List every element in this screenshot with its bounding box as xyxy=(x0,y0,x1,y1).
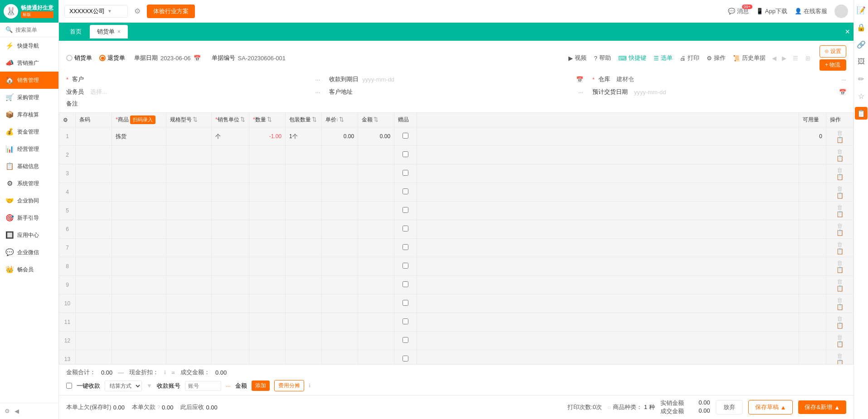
row-unit[interactable] xyxy=(212,332,249,350)
sidebar-item-purchase[interactable]: 🛒 采购管理 xyxy=(0,89,58,106)
row-ops[interactable]: 🗑 📋 xyxy=(826,239,853,257)
row-unit[interactable] xyxy=(212,313,249,332)
row-qty[interactable] xyxy=(249,350,286,365)
row-gift[interactable] xyxy=(394,239,417,257)
rp-action-icon[interactable]: 📋 xyxy=(855,107,868,120)
unit-sort-icon[interactable]: ⇅ xyxy=(240,116,245,123)
row-product[interactable] xyxy=(112,202,166,220)
app-download-button[interactable]: 📱 App下载 xyxy=(756,7,787,15)
row-price[interactable] xyxy=(322,239,358,257)
row-spec[interactable] xyxy=(166,332,212,350)
row-product[interactable] xyxy=(112,332,166,350)
tab-sales-order[interactable]: 销货单 × xyxy=(90,25,128,39)
rp-note-icon[interactable]: 📝 xyxy=(855,4,868,16)
delete-row-icon[interactable]: 🗑 xyxy=(837,315,843,322)
table-container[interactable]: ⚙ 条码 *商品 扫码录入 规格型号⇅ *销售单位⇅ *数量⇅ 包装数量⇅ 单价… xyxy=(59,112,853,364)
row-ops[interactable]: 🗑 📋 xyxy=(826,294,853,313)
row-qty[interactable] xyxy=(249,276,286,294)
settings-button[interactable]: ⊙ 设置 xyxy=(820,45,846,58)
expected-date-calendar-icon[interactable]: 📅 xyxy=(839,89,846,96)
row-ops[interactable]: 🗑 📋 xyxy=(826,183,853,202)
row-product[interactable] xyxy=(112,146,166,164)
copy-row-icon[interactable]: 📋 xyxy=(836,248,844,255)
row-ops[interactable]: 🗑 📋 xyxy=(826,350,853,365)
delete-row-icon[interactable]: 🗑 xyxy=(837,185,843,192)
row-spec[interactable] xyxy=(166,294,212,313)
delete-row-icon[interactable]: 🗑 xyxy=(837,260,843,266)
user-avatar[interactable] xyxy=(834,5,848,18)
row-product[interactable]: 拣货 xyxy=(112,127,166,146)
row-unit[interactable] xyxy=(212,294,249,313)
sidebar-item-enterprise[interactable]: 🤝 企业协同 xyxy=(0,192,58,209)
row-unit[interactable]: 个 xyxy=(212,127,249,146)
row-gift[interactable] xyxy=(394,146,417,164)
delete-row-icon[interactable]: 🗑 xyxy=(837,241,843,248)
row-amount[interactable] xyxy=(358,220,394,239)
rp-lock-icon[interactable]: 🔒 xyxy=(855,21,868,34)
row-barcode[interactable] xyxy=(76,257,112,276)
operation-btn[interactable]: ⚙ 操作 xyxy=(705,53,727,63)
row-price[interactable] xyxy=(322,332,358,350)
trial-button[interactable]: 体验行业方案 xyxy=(147,5,195,18)
row-amount[interactable] xyxy=(358,313,394,332)
pkgqty-sort-icon[interactable]: ⇅ xyxy=(312,116,317,123)
radio-return-order[interactable]: 退货单 xyxy=(99,54,125,62)
close-all-tabs-icon[interactable]: × xyxy=(845,27,850,37)
row-ops[interactable]: 🗑 📋 xyxy=(826,313,853,332)
row-product[interactable] xyxy=(112,313,166,332)
sidebar-item-sales[interactable]: 🏠 销售管理 xyxy=(0,72,58,89)
account-dots[interactable]: ··· xyxy=(226,382,231,389)
payment-due-input[interactable]: yyyy-mm-dd xyxy=(362,76,572,83)
row-ops[interactable]: 🗑 📋 xyxy=(826,146,853,164)
radio-sale-order[interactable]: 销货单 xyxy=(66,54,92,62)
one-click-payment-checkbox[interactable] xyxy=(66,383,72,389)
row-barcode[interactable] xyxy=(76,164,112,183)
row-product[interactable] xyxy=(112,239,166,257)
row-amount[interactable] xyxy=(358,350,394,365)
delete-row-icon[interactable]: 🗑 xyxy=(837,352,843,359)
tab-home[interactable]: 首页 xyxy=(63,25,89,39)
copy-row-icon[interactable]: 📋 xyxy=(836,341,844,347)
search-input[interactable] xyxy=(15,27,53,33)
scan-button[interactable]: 扫码录入 xyxy=(130,116,155,124)
row-barcode[interactable] xyxy=(76,313,112,332)
row-qty[interactable] xyxy=(249,164,286,183)
row-ops[interactable]: 🗑 📋 xyxy=(826,257,853,276)
row-unit[interactable] xyxy=(212,164,249,183)
row-unit[interactable] xyxy=(212,257,249,276)
row-product[interactable] xyxy=(112,183,166,202)
row-spec[interactable] xyxy=(166,220,212,239)
row-amount[interactable] xyxy=(358,183,394,202)
row-gift[interactable] xyxy=(394,220,417,239)
history-btn[interactable]: 📜 历史单据 xyxy=(731,53,767,63)
row-qty[interactable] xyxy=(249,239,286,257)
row-spec[interactable] xyxy=(166,313,212,332)
help-btn[interactable]: ? 帮助 xyxy=(592,53,612,63)
row-barcode[interactable] xyxy=(76,127,112,146)
delete-row-icon[interactable]: 🗑 xyxy=(837,297,843,303)
row-price[interactable] xyxy=(322,146,358,164)
row-ops[interactable]: 🗑 📋 xyxy=(826,127,853,146)
sidebar-item-marketing[interactable]: 📣 营销推广 xyxy=(0,54,58,72)
customer-dots[interactable]: ··· xyxy=(315,76,320,83)
logistics-button[interactable]: + 物流 xyxy=(820,59,846,71)
copy-row-icon[interactable]: 📋 xyxy=(836,173,844,180)
row-ops[interactable]: 🗑 📋 xyxy=(826,220,853,239)
row-pkgqty[interactable] xyxy=(286,294,322,313)
row-product[interactable] xyxy=(112,257,166,276)
row-amount[interactable] xyxy=(358,239,394,257)
row-gift[interactable] xyxy=(394,164,417,183)
row-unit[interactable] xyxy=(212,202,249,220)
sidebar-item-guide[interactable]: 🎯 新手引导 xyxy=(0,209,58,226)
row-amount[interactable]: 0.00 xyxy=(358,127,394,146)
rp-star-icon[interactable]: ☆ xyxy=(855,90,868,102)
tab-close-icon[interactable]: × xyxy=(117,29,121,35)
delete-row-icon[interactable]: 🗑 xyxy=(837,130,843,136)
row-amount[interactable] xyxy=(358,294,394,313)
print-btn[interactable]: 🖨 打印 xyxy=(678,53,701,63)
settlement-method-select[interactable]: 结算方式 xyxy=(105,380,142,391)
row-price[interactable] xyxy=(322,220,358,239)
row-spec[interactable] xyxy=(166,239,212,257)
account-input[interactable] xyxy=(185,381,221,391)
delete-row-icon[interactable]: 🗑 xyxy=(837,222,843,229)
